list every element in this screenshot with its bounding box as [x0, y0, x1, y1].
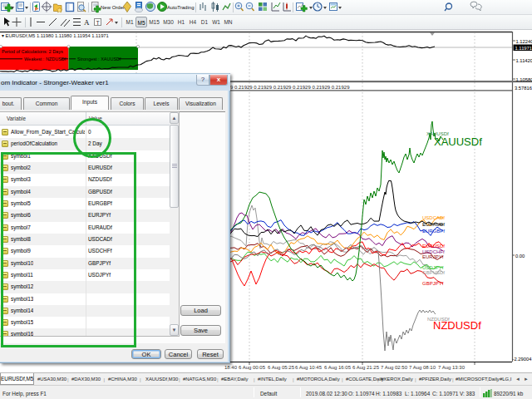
svg-text:A: A: [84, 18, 90, 27]
svg-text:-2.29004: -2.29004: [513, 357, 532, 362]
svg-text:6 Aug 21:25: 6 Aug 21:25: [352, 365, 380, 370]
svg-text:EURUSDf: EURUSDf: [422, 244, 445, 249]
svg-text:0.00: 0.00: [515, 254, 525, 259]
svg-text:New Order: New Order: [101, 5, 125, 10]
svg-text:XAUUSDf: XAUUSDf: [434, 135, 482, 148]
svg-text:AutoTrading: AutoTrading: [167, 5, 194, 10]
svg-text:USDCADf: USDCADf: [422, 215, 445, 220]
svg-text:NZDUSDf: NZDUSDf: [433, 319, 481, 332]
svg-text:6 Aug 05:25: 6 Aug 05:25: [268, 365, 295, 370]
svg-text:3.57816: 3.57816: [515, 86, 532, 91]
svg-text:Period of Calculations: 2 Days: Period of Calculations: 2 Days: [2, 49, 63, 54]
svg-text:7 Aug 02:50: 7 Aug 02:50: [381, 365, 408, 370]
svg-text:▾ EURUSDf,M5 1.11980 1.11980: ▾ EURUSDf,M5 1.11980 1.11980 1.11954 1.1…: [2, 33, 109, 38]
svg-text:EURGBPf: EURGBPf: [422, 229, 445, 234]
svg-text:7 Aug 13:30: 7 Aug 13:30: [438, 365, 466, 370]
svg-text:Weakest : NZDUSDf: Weakest : NZDUSDf: [24, 57, 66, 62]
svg-text:9 0.21929 0.21929 0.21929 0.21: 9 0.21929 0.21929 0.21929 0.21929 0.2192…: [230, 85, 350, 90]
svg-text:1.10580: 1.10580: [516, 77, 532, 82]
svg-text:GBPUSDf: GBPUSDf: [422, 270, 445, 275]
svg-text:6 Aug 00:05: 6 Aug 00:05: [239, 365, 266, 370]
svg-text:T: T: [96, 20, 101, 26]
svg-text:1.11971: 1.11971: [515, 46, 532, 51]
svg-text:1.11420: 1.11420: [516, 58, 532, 63]
svg-text:Strongest : XAUUSDf: Strongest : XAUUSDf: [77, 57, 121, 62]
svg-text:7 Aug 08:10: 7 Aug 08:10: [409, 365, 436, 370]
svg-text:GBPJPYf: GBPJPYf: [422, 281, 444, 286]
svg-text:6 Aug 16:05: 6 Aug 16:05: [324, 365, 352, 370]
svg-text:EURAUDf: EURAUDf: [422, 222, 445, 227]
svg-text:1.12240: 1.12240: [516, 39, 532, 44]
svg-text:EURJPYf: EURJPYf: [422, 254, 444, 259]
svg-text:6 Aug 10:45: 6 Aug 10:45: [295, 365, 323, 370]
